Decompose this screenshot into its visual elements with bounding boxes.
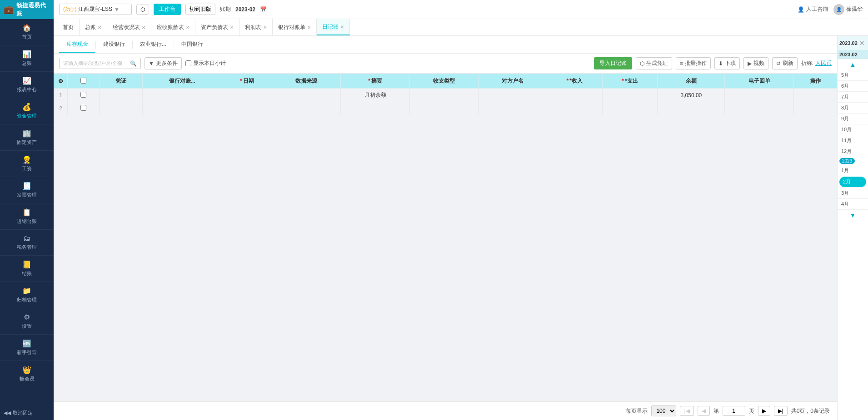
row-operations-2[interactable] — [793, 102, 837, 115]
sidebar-item-archive[interactable]: 📁 归档管理 — [0, 282, 54, 308]
video-button[interactable]: ▶ 视频 — [743, 57, 768, 69]
period-calendar-icon[interactable]: 📅 — [260, 6, 267, 13]
date-month-jun[interactable]: 6月 — [838, 81, 868, 92]
currency-area: 折称: 人民币 — [801, 59, 832, 67]
row-operations-1[interactable] — [793, 89, 837, 102]
date-month-jul[interactable]: 7月 — [838, 92, 868, 103]
col-settings[interactable]: ⚙ — [54, 74, 68, 89]
tab-close-ledger[interactable]: ✕ — [98, 25, 101, 30]
date-month-nov[interactable]: 11月 — [838, 135, 868, 146]
tab-close-diary[interactable]: ✕ — [340, 25, 344, 30]
row-income-2 — [547, 102, 602, 115]
last-page-button[interactable]: ▶| — [774, 406, 788, 416]
sidebar-item-assets[interactable]: 🏢 固定资产 — [0, 124, 54, 151]
back-to-old-button[interactable]: 切到旧版 — [185, 4, 215, 15]
col-income-type: 收支类型 — [409, 74, 478, 89]
search-box[interactable]: 请输入摘要/类型/户名/全额 🔍 — [59, 58, 141, 69]
sidebar-item-salary[interactable]: 👷 工资 — [0, 151, 54, 177]
date-panel-close-button[interactable]: ✕ — [858, 38, 867, 49]
next-page-button[interactable]: ▶ — [758, 406, 770, 416]
col-income: *收入 — [547, 74, 602, 89]
sidebar-footer-unpin[interactable]: ◀◀ 取消固定 — [0, 406, 54, 420]
date-month-oct[interactable]: 10月 — [838, 124, 868, 135]
period-value: 2023-02 — [235, 6, 255, 13]
sub-tab-china[interactable]: 中国银行 — [174, 37, 210, 53]
download-button[interactable]: ⬇ 下载 — [714, 57, 740, 69]
sidebar-nav: 🏠 首页 📊 总账 📈 报表中心 💰 资金管理 🏢 固定资产 👷 工资 — [0, 19, 54, 406]
sub-tab-cash[interactable]: 库存现金 — [59, 37, 95, 53]
sidebar-item-tax[interactable]: 🗂 税务管理 — [0, 230, 54, 256]
more-filter-button[interactable]: ▼ 更多条件 — [145, 57, 182, 69]
col-checkbox[interactable] — [68, 74, 100, 89]
tab-close-receivable[interactable]: ✕ — [186, 25, 190, 30]
tab-close-assets[interactable]: ✕ — [230, 25, 234, 30]
row-electronic-1 — [725, 89, 793, 102]
tab-receivable[interactable]: 应收账龄表 ✕ — [151, 19, 195, 35]
sidebar-item-home[interactable]: 🏠 首页 — [0, 19, 54, 45]
row-balance-2 — [658, 102, 725, 115]
sidebar-item-member[interactable]: 👑 畅会员 — [0, 361, 54, 387]
sidebar-item-ledger[interactable]: 📊 总账 — [0, 45, 54, 72]
date-month-aug[interactable]: 8月 — [838, 103, 868, 114]
finance-icon: 💰 — [22, 103, 31, 111]
tab-assets[interactable]: 资产负债表 ✕ — [195, 19, 239, 35]
date-month-jan-2023[interactable]: 1月 — [838, 165, 868, 176]
avatar-icon: 👤 — [836, 7, 842, 12]
sidebar-item-guide[interactable]: 🆕 新手引导 — [0, 335, 54, 361]
diary-table: ⚙ 凭证 银行对账... 日期 数据来源 摘要 收支类型 对方户名 *收入 * — [54, 74, 837, 115]
row-source-2 — [272, 102, 341, 115]
date-month-sep[interactable]: 9月 — [838, 114, 868, 124]
tab-close-profit[interactable]: ✕ — [263, 25, 267, 30]
sidebar-item-close[interactable]: 📒 结账 — [0, 256, 54, 282]
search-icon[interactable]: 🔍 — [130, 60, 137, 67]
select-all-checkbox[interactable] — [80, 78, 86, 84]
sidebar-item-settings[interactable]: ⚙ 设置 — [0, 308, 54, 335]
copy-button[interactable]: ⬡ — [136, 5, 149, 15]
customer-service-button[interactable]: 👤 人工咨询 — [798, 5, 828, 13]
sub-tab-agriculture[interactable]: 农业银行... — [133, 37, 174, 53]
date-month-apr-2023[interactable]: 4月 — [838, 199, 868, 210]
tab-diary[interactable]: 日记账 ✕ — [317, 19, 350, 35]
first-page-button[interactable]: |◀ — [680, 406, 693, 416]
date-month-mar-2023[interactable]: 3月 — [838, 188, 868, 199]
tab-profit[interactable]: 利润表 ✕ — [239, 19, 273, 35]
date-panel-down-arrow[interactable]: ▼ — [838, 210, 868, 221]
date-month-may[interactable]: 5月 — [838, 70, 868, 81]
voucher-icon: ⬡ — [640, 60, 644, 67]
row-date-1 — [222, 89, 272, 102]
tab-home[interactable]: 首页 — [57, 19, 80, 35]
date-month-feb-2023[interactable]: 2月 — [839, 177, 866, 188]
currency-value[interactable]: 人民币 — [815, 59, 832, 67]
year-2023-row: 2023 — [838, 157, 868, 165]
row-checkbox-2[interactable] — [68, 102, 100, 115]
tab-business[interactable]: 经营状况表 ✕ — [107, 19, 151, 35]
company-selector[interactable]: (勿册) 江西晟宝-LSS ▼ — [59, 4, 132, 15]
sub-tab-construction[interactable]: 建设银行 — [96, 37, 132, 53]
prev-page-button[interactable]: ◀ — [698, 406, 710, 416]
sidebar-item-report[interactable]: 📈 报表中心 — [0, 72, 54, 98]
page-input[interactable] — [723, 406, 745, 416]
report-icon: 📈 — [22, 76, 31, 85]
tab-ledger[interactable]: 总账 ✕ — [80, 19, 107, 35]
tab-close-business[interactable]: ✕ — [142, 25, 145, 30]
page-unit: 页 — [749, 407, 754, 415]
generate-voucher-button[interactable]: ⬡ 生成凭证 — [636, 57, 672, 69]
row-checkbox-1[interactable] — [68, 89, 100, 102]
date-panel-up-arrow[interactable]: ▲ — [838, 59, 868, 70]
date-month-dec[interactable]: 12月 — [838, 146, 868, 157]
show-daily-checkbox-label[interactable]: 显示本日小计 — [185, 59, 226, 67]
tab-bank[interactable]: 银行对账单 ✕ — [273, 19, 317, 35]
batch-operation-button[interactable]: ≡ 批量操作 — [676, 57, 711, 69]
toolbar: 请输入摘要/类型/户名/全额 🔍 ▼ 更多条件 显示本日小计 导入日记账 — [54, 54, 837, 74]
workbench-button[interactable]: 工作台 — [154, 4, 181, 15]
sidebar-item-finance[interactable]: 💰 资金管理 — [0, 98, 54, 124]
import-diary-button[interactable]: 导入日记账 — [594, 57, 632, 69]
page-size-select[interactable]: 100 — [651, 405, 676, 416]
tab-close-bank[interactable]: ✕ — [307, 25, 311, 30]
show-daily-checkbox[interactable] — [185, 60, 191, 66]
user-menu-button[interactable]: 👤 徐温华 — [833, 4, 863, 15]
refresh-button[interactable]: ↺ 刷新 — [772, 57, 798, 69]
close-ledger-icon: 📒 — [22, 260, 31, 269]
sidebar-item-invoice[interactable]: 🧾 发票管理 — [0, 177, 54, 203]
sidebar-item-purchase[interactable]: 📋 进销台账 — [0, 203, 54, 230]
